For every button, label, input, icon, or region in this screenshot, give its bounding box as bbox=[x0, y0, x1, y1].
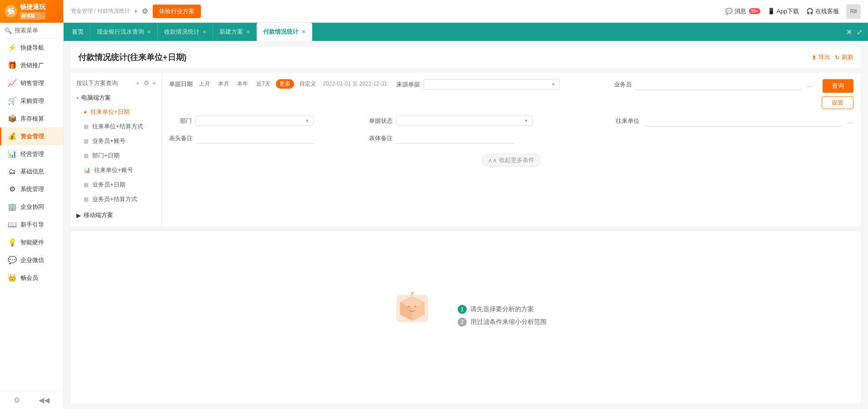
tab-new-plan[interactable]: 新建方案 ✕ bbox=[213, 23, 257, 41]
sidebar-item-system[interactable]: ⚙ 系统管理 bbox=[0, 180, 63, 198]
scheme-panel-header: 按以下方案查询 ＋ ⚙ « bbox=[71, 77, 161, 91]
scheme-collapse-icon[interactable]: « bbox=[152, 79, 156, 87]
avatar[interactable]: Rit bbox=[846, 4, 861, 19]
sidebar-item-sales[interactable]: 📈 销售管理 bbox=[0, 74, 63, 92]
sidebar-item-label: 营销推广 bbox=[20, 61, 44, 70]
scheme-item-staff-settle[interactable]: ▦ 业务员+结算方式 bbox=[71, 192, 161, 207]
sidebar-item-label: 销售管理 bbox=[20, 79, 44, 87]
table-head-remark-input[interactable] bbox=[196, 133, 314, 144]
sales-icon: 📈 bbox=[8, 79, 17, 87]
purchase-icon: 🛒 bbox=[8, 96, 17, 105]
tab-payment-stats-close-icon[interactable]: ✕ bbox=[301, 29, 305, 35]
sidebar-item-operation[interactable]: 📊 经营管理 bbox=[0, 145, 63, 163]
sidebar-item-basic-info[interactable]: 🗂 基础信息 bbox=[0, 163, 63, 180]
enterprise-icon: 🏢 bbox=[8, 202, 17, 211]
dept-field: 部门 ▾ bbox=[169, 116, 360, 126]
operation-icon: 📊 bbox=[8, 150, 17, 158]
scheme-item-unit-settle[interactable]: ▦ 往来单位+结算方式 bbox=[71, 119, 161, 134]
scheme-group-mobile[interactable]: ▶ 移动端方案 bbox=[71, 208, 161, 222]
sidebar-item-member[interactable]: 👑 畅会员 bbox=[0, 269, 63, 287]
collapse-button[interactable]: ∧∧ 收起更多条件 bbox=[482, 154, 540, 167]
scheme-item-label: 业务员+账号 bbox=[92, 137, 125, 145]
date-filter: 上月 本月 本年 近7天 更多 自定义 2022-01-01 至 2022-12… bbox=[196, 79, 387, 89]
sidebar-footer: ⚙ ◀◀ bbox=[0, 391, 63, 409]
topbar-gear-icon[interactable]: ⚙ bbox=[142, 7, 148, 15]
tip-text-2: 用过滤条件来缩小分析范围 bbox=[470, 318, 547, 326]
date-btn-more[interactable]: 更多 bbox=[276, 79, 294, 89]
sidebar-nav: ⚡ 快捷导航 🎁 营销推广 📈 销售管理 🛒 采购管理 📦 库存核算 💰 资金管… bbox=[0, 39, 63, 391]
message-item[interactable]: 💬 消息 99+ bbox=[725, 7, 760, 15]
table-head-remark-field: 表头备注 bbox=[169, 133, 360, 144]
related-unit-label: 往来单位 bbox=[616, 117, 639, 125]
scheme-item-staff-account[interactable]: ▦ 业务员+账号 bbox=[71, 134, 161, 148]
sidebar-item-label: 库存核算 bbox=[20, 115, 44, 123]
related-unit-ellipsis-icon[interactable]: … bbox=[847, 117, 853, 125]
sidebar-item-inventory[interactable]: 📦 库存核算 bbox=[0, 110, 63, 127]
scheme-gear-icon[interactable]: ⚙ bbox=[144, 79, 150, 87]
sidebar-item-enterprise[interactable]: 🏢 企业协同 bbox=[0, 198, 63, 216]
app-download-item[interactable]: 📱 App下载 bbox=[768, 7, 799, 15]
hardware-icon: 💡 bbox=[8, 238, 17, 247]
scheme-table-icon5: ▦ bbox=[84, 196, 89, 202]
quick-nav-icon: ⚡ bbox=[8, 43, 17, 52]
sidebar-item-marketing[interactable]: 🎁 营销推广 bbox=[0, 56, 63, 74]
brand-name: 畅捷通玩 bbox=[20, 3, 45, 11]
scheme-item-dept-date[interactable]: ▦ 部门+日期 bbox=[71, 148, 161, 163]
sidebar-item-label: 新手引导 bbox=[20, 221, 44, 229]
sidebar-item-guide[interactable]: 📖 新手引导 bbox=[0, 216, 63, 233]
sidebar-item-quick-nav[interactable]: ⚡ 快捷导航 bbox=[0, 39, 63, 56]
scheme-table-icon3: ▦ bbox=[84, 152, 89, 159]
related-unit-field: 往来单位 … bbox=[616, 116, 853, 126]
tab-bank-flow[interactable]: 现金银行流水查询 ✕ bbox=[90, 23, 158, 41]
setting-button[interactable]: 设置 bbox=[822, 96, 853, 109]
tip-num-1: 1 bbox=[458, 305, 467, 314]
voucher-status-select[interactable]: ▾ bbox=[396, 116, 533, 126]
export-button[interactable]: ⬆ 导出 bbox=[812, 53, 830, 61]
tab-receipt-stats-close-icon[interactable]: ✕ bbox=[202, 29, 206, 35]
tab-receipt-stats[interactable]: 收款情况统计 ✕ bbox=[158, 23, 213, 41]
scheme-group-pc[interactable]: ▾ 电脑端方案 bbox=[71, 91, 161, 105]
scheme-group-pc-arrow: ▾ bbox=[76, 96, 79, 101]
query-btn-group: 查询 设置 bbox=[822, 79, 853, 109]
table-body-remark-input[interactable] bbox=[396, 133, 514, 144]
date-btn-7days[interactable]: 近7天 bbox=[254, 79, 273, 89]
scheme-active-icon: ● bbox=[84, 109, 87, 115]
scheme-add-icon[interactable]: ＋ bbox=[135, 79, 141, 87]
date-btn-custom[interactable]: 自定义 bbox=[297, 79, 319, 89]
refresh-label: 刷新 bbox=[842, 53, 853, 61]
tab-new-plan-close-icon[interactable]: ✕ bbox=[246, 29, 250, 35]
marketing-icon: 🎁 bbox=[8, 61, 17, 70]
sidebar-item-wechat[interactable]: 💬 企业微信 bbox=[0, 251, 63, 269]
staff-input[interactable] bbox=[635, 79, 801, 90]
scheme-item-unit-account[interactable]: 📊 往来单位+账号 bbox=[71, 163, 161, 177]
dropdown-arrow-icon[interactable]: ▾ bbox=[135, 8, 137, 15]
source-select[interactable]: ▾ bbox=[424, 79, 560, 90]
tab-expand-icon[interactable]: ⤢ bbox=[857, 28, 863, 36]
query-button[interactable]: 查询 bbox=[823, 79, 853, 93]
sidebar-item-hardware[interactable]: 💡 智能硬件 bbox=[0, 233, 63, 251]
date-btn-this-month[interactable]: 本月 bbox=[215, 79, 232, 89]
refresh-button[interactable]: ↻ 刷新 bbox=[835, 53, 853, 61]
cube-illustration bbox=[396, 295, 428, 322]
tab-bank-flow-close-icon[interactable]: ✕ bbox=[147, 29, 151, 35]
sidebar-item-purchase[interactable]: 🛒 采购管理 bbox=[0, 92, 63, 110]
trial-button[interactable]: 体验行业方案 bbox=[153, 5, 201, 18]
date-btn-last-month[interactable]: 上月 bbox=[196, 79, 213, 89]
tab-new-plan-label: 新建方案 bbox=[219, 28, 243, 36]
empty-state: 1 请先选择要分析的方案 2 用过滤条件来缩小分析范围 bbox=[71, 231, 861, 404]
related-unit-input[interactable] bbox=[643, 116, 842, 126]
sidebar-item-finance[interactable]: 💰 资金管理 bbox=[0, 127, 63, 145]
online-service-item[interactable]: 🎧 在线客服 bbox=[806, 7, 839, 15]
tab-home[interactable]: 首页 bbox=[65, 23, 90, 41]
tab-payment-stats[interactable]: 付款情况统计 ✕ bbox=[257, 23, 312, 41]
dept-label: 部门 bbox=[169, 117, 192, 125]
dept-select[interactable]: ▾ bbox=[195, 116, 314, 126]
tab-close-all-icon[interactable]: ✕ bbox=[846, 28, 852, 36]
search-menu[interactable]: 🔍 搜索菜单 bbox=[0, 23, 63, 39]
scheme-item-unit-date[interactable]: ● 往来单位+日期 bbox=[71, 105, 161, 119]
settings-gear-icon[interactable]: ⚙ bbox=[14, 396, 20, 404]
scheme-item-staff-date[interactable]: ▦ 业务员+日期 bbox=[71, 177, 161, 192]
date-btn-this-year[interactable]: 本年 bbox=[234, 79, 251, 89]
collapse-sidebar-icon[interactable]: ◀◀ bbox=[39, 396, 50, 404]
staff-ellipsis-icon[interactable]: … bbox=[806, 81, 813, 88]
